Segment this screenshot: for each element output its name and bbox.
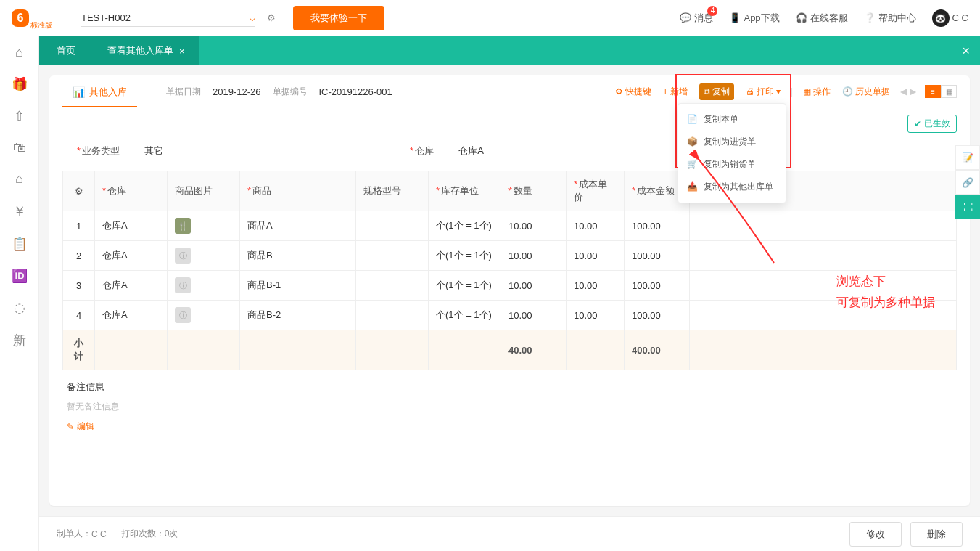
close-icon[interactable]: × [179, 46, 185, 57]
print-icon: 🖨 [746, 86, 754, 97]
history-button[interactable]: 🕘历史单据 [841, 83, 892, 100]
help-icon: ❔ [864, 12, 876, 23]
top-right-nav: 💬 消息 4 📱App下载 🎧在线客服 ❔帮助中心 🐼C C [680, 9, 968, 27]
history-icon: 🕘 [842, 86, 853, 97]
new-button[interactable]: +新增 [662, 83, 689, 100]
help-center-link[interactable]: ❔帮助中心 [864, 12, 916, 25]
product-image-icon: ⓘ [175, 248, 191, 264]
messages-link[interactable]: 💬 消息 4 [680, 12, 713, 25]
copy-button[interactable]: ⧉复制 [698, 81, 736, 102]
user-menu[interactable]: 🐼C C [932, 9, 968, 27]
document-actions: ⚙快捷键 +新增 ⧉复制 🖨打印▾ | ▦操作 🕘历史单据 ◀▶ ≡ ▦ [614, 81, 957, 102]
col-gear[interactable]: ⚙ [63, 171, 95, 211]
grid-icon: ▦ [803, 86, 811, 97]
creator-label: 制单人： [57, 528, 91, 540]
view-grid-icon[interactable]: ▦ [941, 85, 957, 98]
nav-id-icon[interactable]: 🆔 [12, 268, 28, 284]
warehouse-value: 仓库A [458, 144, 484, 158]
copy-dropdown: 📄复制本单 📦复制为进货单 🛒复制为销货单 📤复制为其他出库单 [678, 103, 786, 203]
right-rail: 📝 🔗 ⛶ [955, 145, 980, 219]
document-tab[interactable]: 📊 其他入库 [62, 77, 137, 107]
code-label: 单据编号 [273, 86, 308, 98]
document-card: 📊 其他入库 单据日期 2019-12-26 单据编号 IC-20191226-… [49, 75, 970, 506]
modify-button[interactable]: 修改 [849, 522, 902, 547]
shop-name: TEST-H002 [81, 12, 131, 23]
inbound-icon: 📊 [73, 86, 85, 98]
prints-label: 打印次数： [121, 528, 165, 540]
nav-home-icon[interactable]: ⌂ [15, 45, 23, 60]
out-icon: 📤 [687, 181, 698, 192]
copy-this-item[interactable]: 📄复制本单 [678, 108, 786, 131]
product-image-icon: 🍴 [175, 218, 191, 234]
message-badge: 4 [707, 6, 717, 16]
copy-sales-item[interactable]: 🛒复制为销货单 [678, 153, 786, 176]
phone-icon: 📱 [729, 12, 741, 23]
rail-note-icon[interactable]: 📝 [955, 145, 980, 170]
box-icon: 📦 [687, 136, 698, 147]
remark-edit-button[interactable]: ✎编辑 [67, 420, 94, 433]
next-icon[interactable]: ▶ [910, 86, 916, 97]
message-icon: 💬 [680, 12, 691, 23]
operations-button[interactable]: ▦操作 [802, 83, 832, 100]
nav-money-icon[interactable]: ￥ [13, 203, 26, 220]
app-download-link[interactable]: 📱App下载 [729, 12, 779, 25]
view-list-icon[interactable]: ≡ [925, 85, 941, 98]
nav-bag-icon[interactable]: 🛍 [13, 140, 26, 155]
check-icon: ✔ [914, 119, 921, 129]
nav-loading-icon[interactable]: ◌ [14, 300, 25, 316]
chevron-down-icon: ▾ [776, 86, 781, 97]
trial-button[interactable]: 我要体验一下 [293, 6, 384, 30]
print-button[interactable]: 🖨打印▾ [744, 83, 782, 100]
settings-icon[interactable]: ⚙ [267, 12, 276, 23]
brand-logo: 6 [12, 9, 29, 27]
table-row[interactable]: 2 仓库A ⓘ 商品B 个(1个 = 1个)10.00 10.00100.00 [63, 241, 957, 271]
tabbar-close-icon[interactable]: × [952, 44, 980, 59]
product-image-icon: ⓘ [175, 307, 191, 323]
tab-bar: 首页 查看其他入库单 × × [39, 36, 980, 65]
table-row[interactable]: 1 仓库A 🍴 商品A 个(1个 = 1个)10.00 10.00100.00 [63, 211, 957, 241]
creator-value: C C [91, 529, 107, 539]
warehouse-label: 仓库 [415, 145, 434, 156]
edit-icon: ✎ [67, 422, 74, 432]
chevron-down-icon: ⌵ [250, 12, 255, 23]
subtotal-row: 小计40.00400.00 [63, 330, 957, 370]
plus-icon: + [663, 86, 668, 97]
tab-home[interactable]: 首页 [39, 36, 93, 65]
headset-icon: 🎧 [796, 12, 807, 23]
rail-link-icon[interactable]: 🔗 [955, 170, 980, 195]
nav-new-icon[interactable]: 新 [13, 332, 26, 349]
doc-icon: 📄 [687, 114, 698, 124]
items-table: ⚙ *仓库 商品图片 *商品 规格型号 *库存单位 *数量 *成本单价 *成本金… [62, 171, 957, 370]
remark-title: 备注信息 [67, 380, 952, 393]
copy-other-out-item[interactable]: 📤复制为其他出库单 [678, 176, 786, 198]
copy-purchase-item[interactable]: 📦复制为进货单 [678, 131, 786, 153]
delete-button[interactable]: 删除 [910, 522, 963, 547]
top-bar: 6 标准版 TEST-H002 ⌵ ⚙ 我要体验一下 💬 消息 4 📱App下载… [0, 0, 980, 36]
copy-icon: ⧉ [704, 86, 710, 97]
status-badge: ✔已生效 [907, 115, 957, 133]
shortcut-button[interactable]: ⚙快捷键 [614, 83, 653, 100]
prints-value: 0次 [165, 528, 178, 540]
tab-view-other-inbound[interactable]: 查看其他入库单 × [93, 36, 199, 65]
gear-icon: ⚙ [615, 86, 623, 97]
date-value: 2019-12-26 [213, 86, 261, 97]
footer-bar: 制单人： C C 打印次数： 0次 修改 删除 [39, 516, 980, 551]
nav-house-icon[interactable]: ⌂ [15, 171, 23, 187]
prev-icon[interactable]: ◀ [900, 86, 907, 97]
online-service-link[interactable]: 🎧在线客服 [796, 12, 848, 25]
nav-gift-icon[interactable]: 🎁 [12, 76, 28, 92]
nav-up-icon[interactable]: ⇧ [14, 108, 25, 124]
date-label: 单据日期 [166, 86, 201, 98]
table-row[interactable]: 4 仓库A ⓘ 商品B-2 个(1个 = 1个)10.00 10.00100.0… [63, 301, 957, 330]
shop-selector[interactable]: TEST-H002 ⌵ [81, 9, 255, 27]
annotation-text: 浏览态下 可复制为多种单据 [836, 272, 935, 314]
rail-expand-icon[interactable]: ⛶ [955, 195, 980, 219]
avatar: 🐼 [932, 9, 950, 27]
code-value: IC-20191226-001 [319, 86, 392, 97]
nav-clipboard-icon[interactable]: 📋 [12, 236, 28, 252]
biz-type-label: 业务类型 [82, 145, 120, 156]
brand-edition: 标准版 [30, 20, 52, 30]
table-row[interactable]: 3 仓库A ⓘ 商品B-1 个(1个 = 1个)10.00 10.00100.0… [63, 271, 957, 301]
product-image-icon: ⓘ [175, 277, 191, 293]
biz-type-value: 其它 [144, 144, 163, 158]
